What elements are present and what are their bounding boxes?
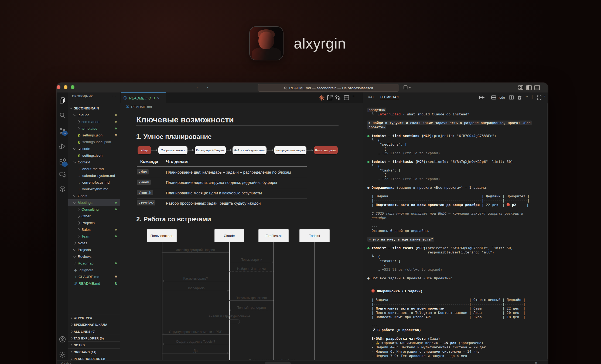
chat-ai-icon[interactable] <box>59 171 66 178</box>
account-icon[interactable] <box>59 336 66 343</box>
panel-scroll-right-icon[interactable]: › <box>544 94 545 98</box>
cube-extension-icon[interactable] <box>59 185 66 193</box>
open-preview-icon[interactable] <box>326 94 333 101</box>
toggle-sidebar-icon[interactable] <box>526 85 532 91</box>
git-status-dot <box>115 114 117 116</box>
terminal-instance-icon[interactable] <box>491 95 496 101</box>
table-row-separator <box>137 188 307 188</box>
sequence-message: Создать задачи в Todoist? <box>162 340 229 344</box>
terminal-output[interactable]: разделы» └ Interrupted · What should Cla… <box>363 103 548 364</box>
sequence-actor-0: Пользователь <box>147 229 177 242</box>
split-terminal-icon[interactable] <box>509 95 514 101</box>
toggle-panel-icon[interactable] <box>534 85 540 91</box>
terminal-line: --- <box>367 224 378 229</box>
tree-item-settings.json[interactable]: {}settings.jsonM <box>68 132 120 139</box>
sequence-message: Какую выбрать? <box>162 277 229 280</box>
tree-item-work-rhythm.md[interactable]: ↓work-rhythm.md <box>68 186 120 193</box>
red-circle-icon <box>371 289 375 293</box>
status-problems[interactable]: ⊘ 0 ⚠ 0 <box>60 361 71 364</box>
source-control-icon[interactable]: 18 <box>59 127 66 135</box>
tree-item-templates[interactable]: templates <box>68 125 120 132</box>
panel-tab-chat[interactable]: ЧАТ <box>368 95 374 99</box>
tree-item-team[interactable]: Team <box>68 233 120 240</box>
tree-item-commands[interactable]: commands <box>68 118 120 125</box>
tree-item-notes[interactable]: Notes <box>68 240 120 246</box>
claude-starburst-icon[interactable] <box>318 94 325 101</box>
tree-item-context[interactable]: Context <box>68 159 120 166</box>
tab-label: README.md <box>129 96 151 100</box>
panel-tab-terminal[interactable]: ТЕРМИНАЛ <box>380 95 399 100</box>
status-center-pill <box>265 362 291 364</box>
tree-item-readme.md[interactable]: ⓘREADME.mdU <box>68 280 120 287</box>
extensions-icon[interactable]: 1 <box>59 158 66 166</box>
navigate-back-button[interactable]: ← <box>196 84 200 90</box>
tree-item-other[interactable]: Other <box>68 213 120 219</box>
breadcrumb-file[interactable]: README.md <box>131 105 152 109</box>
terminal-scrollbar[interactable] <box>547 103 548 359</box>
tree-item-projects[interactable]: Projects <box>68 219 120 226</box>
terminal-line: { <box>367 147 386 151</box>
sidebar-section-1[interactable]: ВРЕМЕННАЯ ШКАЛА <box>68 321 120 328</box>
new-layout-dropdown-icon[interactable] <box>403 85 411 91</box>
terminal-line: --- <box>367 324 378 328</box>
tree-item-claude.md[interactable]: ↓CLAUDE.mdM <box>68 273 120 280</box>
search-icon[interactable] <box>59 112 66 119</box>
flow-step-0: /day <box>138 146 151 154</box>
tree-item-projects[interactable]: Projects <box>68 246 120 253</box>
cmd-name: /review <box>137 200 155 205</box>
minimize-window-button[interactable] <box>64 85 67 89</box>
editor-more-actions-icon[interactable]: ··· <box>351 93 358 100</box>
doc-heading-meetings: 2. Работа со встречами <box>136 215 211 223</box>
tab-readme[interactable]: ⓘ README.md U × <box>121 92 166 103</box>
tree-item-settings.json[interactable]: {}settings.json <box>68 152 120 159</box>
sidebar-section-0[interactable]: СТРУКТУРА <box>68 314 120 321</box>
split-editor-icon[interactable] <box>343 94 350 101</box>
run-debug-icon[interactable] <box>59 143 66 150</box>
kill-terminal-icon[interactable] <box>517 95 522 101</box>
breadcrumb[interactable]: ⓘ README.md <box>120 103 363 110</box>
open-changes-icon[interactable] <box>334 94 342 101</box>
tree-item-sales[interactable]: Sales <box>68 226 120 233</box>
tree-item-.claude[interactable]: .claude <box>68 112 120 118</box>
tree-item-.gitignore[interactable]: ◈.gitignore <box>68 267 120 273</box>
sidebar-section-3[interactable]: TAG EXPLORER (0) <box>68 335 120 342</box>
chevron-right-icon <box>77 208 80 211</box>
tree-item-about-me.md[interactable]: ↓about-me.md <box>68 166 120 172</box>
navigate-forward-button[interactable]: → <box>204 84 209 90</box>
avatar <box>249 26 284 60</box>
terminal-line: проекты» <box>367 125 386 129</box>
explorer-icon[interactable] <box>59 97 66 104</box>
close-tab-icon[interactable]: × <box>157 96 159 100</box>
tree-item-.vscode[interactable]: .vscode <box>68 145 120 152</box>
tree-item-meetings[interactable]: Meetings <box>68 199 120 206</box>
tree-item-calendar-system.md[interactable]: ↓calendar-system.md <box>68 172 120 179</box>
git-status-dot <box>115 128 117 129</box>
tree-item-settings.local.json[interactable]: {}settings.local.json <box>68 139 120 145</box>
sequence-message: Структурированные заметки + PDF <box>162 330 229 334</box>
tree-item-consulting[interactable]: Consulting <box>68 206 120 213</box>
terminal-instance-name[interactable]: node <box>498 96 505 99</box>
customize-layout-icon[interactable] <box>518 85 524 91</box>
command-center-search[interactable]: README.md — secondbrain — Не отслеживает… <box>258 84 399 92</box>
status-copilot-icon[interactable]: ∞ <box>535 361 537 364</box>
zoom-window-button[interactable] <box>71 85 74 89</box>
panel-more-actions-icon[interactable]: ··· <box>524 94 528 98</box>
close-window-button[interactable] <box>57 85 60 89</box>
window-titlebar[interactable]: ← → README.md — secondbrain — Не отслежи… <box>57 83 548 93</box>
tree-item-goals[interactable]: Goals <box>68 193 120 199</box>
tree-item-secondbrain[interactable]: SECONDBRAIN <box>68 105 120 112</box>
terminal-line: - Неделя 7–9: Тестирование и запуск — до… <box>367 354 467 358</box>
explorer-more-actions-icon[interactable]: ··· <box>112 94 116 98</box>
tree-item-current-focus.md[interactable]: ↓current-focus.md <box>68 179 120 186</box>
sidebar-section-2[interactable]: ALL LINKS (0) <box>68 328 120 335</box>
sidebar-section-4[interactable]: NOTES <box>68 341 120 348</box>
chevron-down-icon <box>69 106 72 109</box>
sequence-actor-2: Fireflies.ai <box>258 229 289 242</box>
maximize-panel-icon[interactable] <box>537 95 542 101</box>
sidebar-section-5[interactable]: ORPHANS (14) <box>68 348 120 355</box>
settings-gear-icon[interactable] <box>59 351 66 358</box>
terminal-launch-profile-icon[interactable] <box>479 95 484 101</box>
editor-group: ⓘ README.md U × ··· ⓘ README.md Ключевы <box>120 92 363 364</box>
tree-item-reviews[interactable]: Reviews <box>68 253 120 260</box>
tree-item-roadmap[interactable]: Roadmap <box>68 260 120 267</box>
